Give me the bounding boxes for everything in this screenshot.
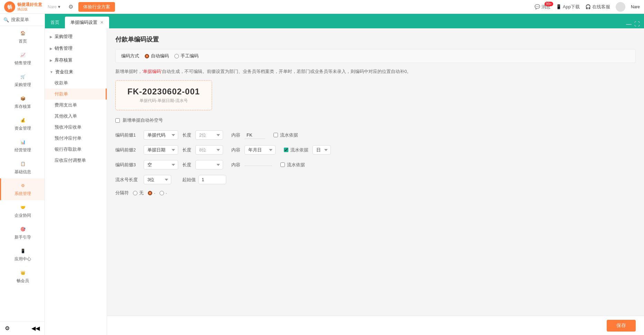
tab-maximize-icon[interactable]: ⛶: [634, 21, 640, 27]
code-example: FK-20230602-001: [125, 87, 202, 96]
separator-dot-label: ·: [154, 190, 155, 196]
workspace-dropdown[interactable]: Nare ▾: [45, 4, 63, 9]
sidebar-item-finance[interactable]: 💰 资金管理: [0, 113, 45, 135]
app-download-btn[interactable]: 📱 App下载: [556, 4, 580, 10]
prefix-2-length-select[interactable]: 8位: [195, 145, 223, 155]
collapse-icon[interactable]: ◀◀: [31, 325, 40, 332]
nav-item-prepay-receive[interactable]: 预收冲应收单: [45, 122, 107, 133]
manual-encoding-input[interactable]: [174, 54, 179, 58]
save-button[interactable]: 保存: [607, 320, 636, 332]
nav-item-other-income[interactable]: 其他收入单: [45, 111, 107, 122]
separator-options: 无 · ·: [133, 190, 167, 196]
prefix-2-serial-check[interactable]: 流水依据: [284, 147, 308, 153]
message-badge: 99+: [545, 2, 553, 6]
separator-none[interactable]: 无: [133, 190, 144, 196]
separator-dot2-input[interactable]: [160, 191, 164, 195]
nav-item-expense[interactable]: 费用支出单: [45, 100, 107, 111]
nav-item-payment[interactable]: 付款单: [45, 89, 107, 100]
prefix-1-length-label: 长度: [182, 132, 191, 138]
tab-encoding-label: 单据编码设置: [70, 19, 97, 26]
auto-fill-row: 新增单据自动补空号: [115, 117, 636, 123]
separator-dot[interactable]: ·: [148, 190, 155, 196]
nav-group-inventory-header[interactable]: ▶ 库存核算: [45, 55, 107, 66]
auto-encoding-input[interactable]: [145, 54, 149, 58]
bottom-bar: 保存: [107, 316, 644, 335]
nav-group-inventory: ▶ 库存核算: [45, 55, 107, 66]
nav-group-sales-header[interactable]: ▶ 销售管理: [45, 43, 107, 54]
inner-layout: ▶ 采购管理 ▶ 销售管理 ▶ 库存核算: [45, 28, 644, 335]
manual-encoding-radio[interactable]: 手工编码: [174, 53, 199, 59]
prefix-2-date-select[interactable]: 日: [313, 145, 331, 155]
nav-item-adjustment[interactable]: 应收应付调整单: [45, 155, 107, 166]
prefix-1-serial-label: 流水依据: [280, 132, 298, 138]
nav-item-prepay-pay[interactable]: 预付冲应付单: [45, 133, 107, 144]
prefix-3-select[interactable]: 空: [144, 160, 178, 169]
sidebar-item-home[interactable]: 🏠 首页: [0, 26, 45, 48]
encoding-method-row: 编码方式 自动编码 手工编码: [115, 49, 636, 63]
sidebar-item-operations[interactable]: 📊 经营管理: [0, 135, 45, 157]
sidebar-item-basic[interactable]: 📋 基础信息: [0, 157, 45, 178]
trial-button[interactable]: 体验行业方案: [78, 2, 115, 12]
prefix-3-serial-checkbox[interactable]: [280, 162, 285, 167]
auto-fill-label: 新增单据自动补空号: [123, 117, 163, 123]
app-download-label: App下载: [563, 4, 580, 10]
sidebar-item-enterprise[interactable]: 🤝 企业协同: [0, 200, 45, 222]
prefix-3-length-select[interactable]: [195, 160, 223, 169]
prefix-1-length-select[interactable]: 2位: [195, 130, 223, 140]
nav-item-receipt[interactable]: 收款单: [45, 77, 107, 89]
serial-start-input[interactable]: [199, 175, 226, 184]
serial-length-select[interactable]: 3位: [144, 175, 171, 184]
separator-dot2[interactable]: ·: [160, 190, 167, 196]
separator-dot-input[interactable]: [148, 191, 152, 195]
sidebar-item-inventory[interactable]: 📦 库存核算: [0, 91, 45, 113]
nav-group-purchase: ▶ 采购管理: [45, 31, 107, 42]
prefix-3-serial-check[interactable]: 流水依据: [280, 162, 305, 168]
separator-row: 分隔符 无 · ·: [115, 190, 636, 196]
nav-group-funds-header[interactable]: ▼ 资金往来: [45, 66, 107, 77]
prefix-1-serial-checkbox[interactable]: [273, 133, 278, 137]
sidebar-search[interactable]: 🔍 搜索菜单: [0, 14, 45, 26]
nav-item-bank[interactable]: 银行存取款单: [45, 144, 107, 155]
prefix-2-label: 编码前缀2: [115, 147, 140, 153]
sidebar-item-guide[interactable]: 🎯 新手引导: [0, 222, 45, 244]
tab-encoding[interactable]: 单据编码设置 ✕: [65, 17, 109, 28]
prefix-row-3: 编码前缀3 空 长度 内容 流水依据: [115, 160, 636, 169]
separator-none-input[interactable]: [133, 191, 137, 195]
auto-encoding-radio[interactable]: 自动编码: [145, 53, 169, 59]
prefix-1-serial-check[interactable]: 流水依据: [273, 132, 298, 138]
prefix-1-select[interactable]: 单据代码: [144, 130, 178, 140]
encoding-method-label: 编码方式: [121, 53, 139, 59]
sidebar-bottom: ⚙ ◀◀: [0, 321, 45, 335]
prefix-3-length-label: 长度: [182, 162, 191, 168]
hint-text: 新增单据时，'单据编码'自动生成，不可编辑。前缀设置为部门、业务员等档案类，开单…: [115, 68, 636, 75]
svg-text:畅: 畅: [7, 4, 12, 10]
logo-sub: 插品版: [17, 7, 42, 11]
sidebar-item-sales[interactable]: 📈 销售管理: [0, 48, 45, 69]
sidebar-item-label: 应用中心: [15, 256, 31, 262]
prefix-2-serial-checkbox[interactable]: [284, 148, 288, 152]
home-icon: 🏠: [19, 29, 27, 37]
sidebar-item-member[interactable]: 👑 畅会员: [0, 266, 45, 287]
online-service-btn[interactable]: 🎧 在线客服: [585, 4, 610, 10]
tabbar: 首页 单据编码设置 ✕ — ⛶: [45, 14, 644, 28]
sidebar-item-system[interactable]: ⚙ 系统管理: [0, 178, 45, 200]
sidebar-item-app-center[interactable]: 📱 应用中心: [0, 244, 45, 266]
code-desc: 单据代码-单据日期-流水号: [125, 98, 202, 104]
auto-fill-checkbox[interactable]: [115, 118, 120, 123]
sidebar-item-purchase[interactable]: 🛒 采购管理: [0, 69, 45, 91]
settings-bottom-icon[interactable]: ⚙: [5, 325, 10, 332]
form-wrapper: 付款单编码设置 编码方式 自动编码 手工编码: [107, 28, 644, 335]
tab-minimize-icon[interactable]: —: [626, 21, 632, 27]
sidebar-item-label: 畅会员: [17, 278, 29, 284]
tab-close-icon[interactable]: ✕: [100, 20, 104, 25]
prefix-2-content-select[interactable]: 年月日: [244, 145, 276, 155]
message-btn[interactable]: 💬 消息 99+: [535, 4, 550, 10]
prefix-2-select[interactable]: 单据日期: [144, 145, 178, 155]
main-layout: 🔍 搜索菜单 🏠 首页 📈 销售管理 🛒 采购管理 📦 库存核算 💰: [0, 14, 644, 335]
prefix-3-content-label: 内容: [231, 162, 240, 168]
settings-icon-btn[interactable]: ⚙: [66, 2, 76, 12]
tab-home[interactable]: 首页: [45, 17, 65, 28]
avatar[interactable]: [616, 2, 625, 12]
nav-group-purchase-header[interactable]: ▶ 采购管理: [45, 31, 107, 42]
separator-dot2-label: ·: [166, 190, 167, 196]
